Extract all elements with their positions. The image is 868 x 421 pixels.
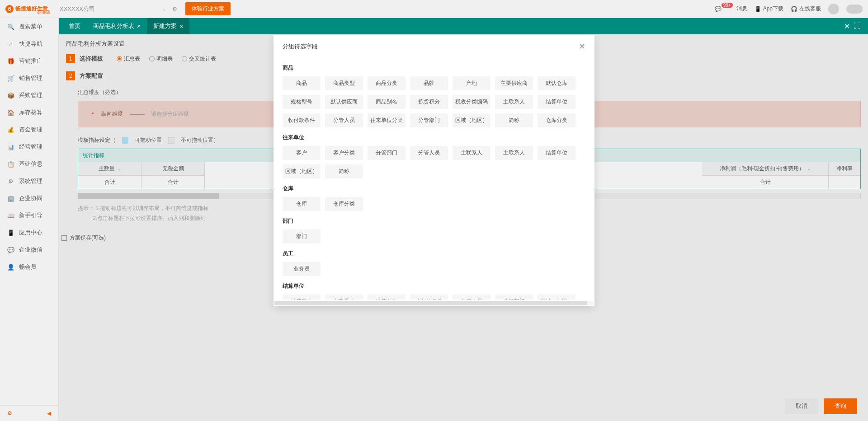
field-chip[interactable]: 税收分类编码 <box>453 95 491 109</box>
field-chip[interactable]: 结算客户 <box>283 295 321 299</box>
field-chip[interactable]: 商品 <box>283 76 321 90</box>
field-chip[interactable]: 仓库分类 <box>538 113 576 127</box>
field-chips: 业务员 <box>283 262 585 276</box>
modal-title: 分组待选字段 <box>283 42 318 51</box>
modal-body: 商品商品商品类型商品分类品牌产地主要供应商默认仓库规格型号默认供应商商品别名拣货… <box>274 58 594 299</box>
field-chips: 商品商品类型商品分类品牌产地主要供应商默认仓库规格型号默认供应商商品别名拣货积分… <box>283 76 585 127</box>
field-chip[interactable]: 产地 <box>453 76 491 90</box>
field-chip[interactable]: 分管人员 <box>410 146 448 160</box>
field-selector-modal: 分组待选字段 ✕ 商品商品商品类型商品分类品牌产地主要供应商默认仓库规格型号默认… <box>274 35 594 306</box>
modal-overlay: 分组待选字段 ✕ 商品商品商品类型商品分类品牌产地主要供应商默认仓库规格型号默认… <box>0 0 868 421</box>
field-chip[interactable]: 业务员 <box>283 262 321 276</box>
modal-header: 分组待选字段 ✕ <box>274 35 594 58</box>
field-chip[interactable]: 主要供应商 <box>495 76 533 90</box>
field-chip[interactable]: 收付款条件 <box>283 113 321 127</box>
field-group-商品: 商品商品商品类型商品分类品牌产地主要供应商默认仓库规格型号默认供应商商品别名拣货… <box>283 64 585 127</box>
field-chip[interactable]: 收付款条件 <box>410 295 448 299</box>
field-chip[interactable]: 分管部门 <box>368 146 406 160</box>
field-chips: 结算客户主联系人结算单位收付款条件分管人员分管部门区域（地区）简称 <box>283 295 585 299</box>
field-group-title: 仓库 <box>283 185 585 192</box>
field-chip[interactable]: 结算单位 <box>538 95 576 109</box>
field-chip[interactable]: 品牌 <box>410 76 448 90</box>
field-chip[interactable]: 区域（地区） <box>538 295 576 299</box>
field-group-title: 员工 <box>283 250 585 257</box>
field-chips: 客户客户分类分管部门分管人员主联系人主联系人结算单位区域（地区）简称 <box>283 146 585 178</box>
field-chip[interactable]: 分管人员 <box>325 113 363 127</box>
field-chip[interactable]: 简称 <box>325 164 363 178</box>
field-chip[interactable]: 商品别名 <box>368 95 406 109</box>
field-group-结算单位: 结算单位结算客户主联系人结算单位收付款条件分管人员分管部门区域（地区）简称 <box>283 282 585 299</box>
field-group-部门: 部门部门 <box>283 217 585 243</box>
close-icon[interactable]: ✕ <box>579 42 585 51</box>
field-group-仓库: 仓库仓库仓库分类 <box>283 185 585 211</box>
field-chip[interactable]: 客户分类 <box>325 146 363 160</box>
field-chip[interactable]: 仓库分类 <box>325 197 363 211</box>
field-group-title: 部门 <box>283 217 585 225</box>
modal-horizontal-scrollbar[interactable] <box>274 301 594 305</box>
field-chips: 部门 <box>283 229 585 243</box>
field-chip[interactable]: 简称 <box>495 113 533 127</box>
field-chip[interactable]: 主联系人 <box>495 146 533 160</box>
field-group-title: 结算单位 <box>283 282 585 290</box>
field-chip[interactable]: 区域（地区） <box>283 164 321 178</box>
field-chip[interactable]: 分管部门 <box>495 295 533 299</box>
field-chip[interactable]: 规格型号 <box>283 95 321 109</box>
field-chip[interactable]: 结算单位 <box>368 295 406 299</box>
field-chip[interactable]: 结算单位 <box>538 146 576 160</box>
field-chip[interactable]: 往来单位分类 <box>368 113 406 127</box>
field-chip[interactable]: 区域（地区） <box>453 113 491 127</box>
field-chip[interactable]: 客户 <box>283 146 321 160</box>
field-group-title: 往来单位 <box>283 134 585 141</box>
field-chip[interactable]: 默认供应商 <box>325 95 363 109</box>
field-chip[interactable]: 主联系人 <box>325 295 363 299</box>
field-chip[interactable]: 商品分类 <box>368 76 406 90</box>
field-chip[interactable]: 主联系人 <box>495 95 533 109</box>
field-chip[interactable]: 默认仓库 <box>538 76 576 90</box>
field-group-员工: 员工业务员 <box>283 250 585 276</box>
field-chip[interactable]: 分管人员 <box>453 295 491 299</box>
field-chip[interactable]: 主联系人 <box>453 146 491 160</box>
field-chip[interactable]: 部门 <box>283 229 321 243</box>
field-chip[interactable]: 拣货积分 <box>410 95 448 109</box>
field-group-title: 商品 <box>283 64 585 72</box>
field-chip[interactable]: 商品类型 <box>325 76 363 90</box>
field-chip[interactable]: 仓库 <box>283 197 321 211</box>
field-chips: 仓库仓库分类 <box>283 197 585 211</box>
field-group-往来单位: 往来单位客户客户分类分管部门分管人员主联系人主联系人结算单位区域（地区）简称 <box>283 134 585 178</box>
field-chip[interactable]: 分管部门 <box>410 113 448 127</box>
